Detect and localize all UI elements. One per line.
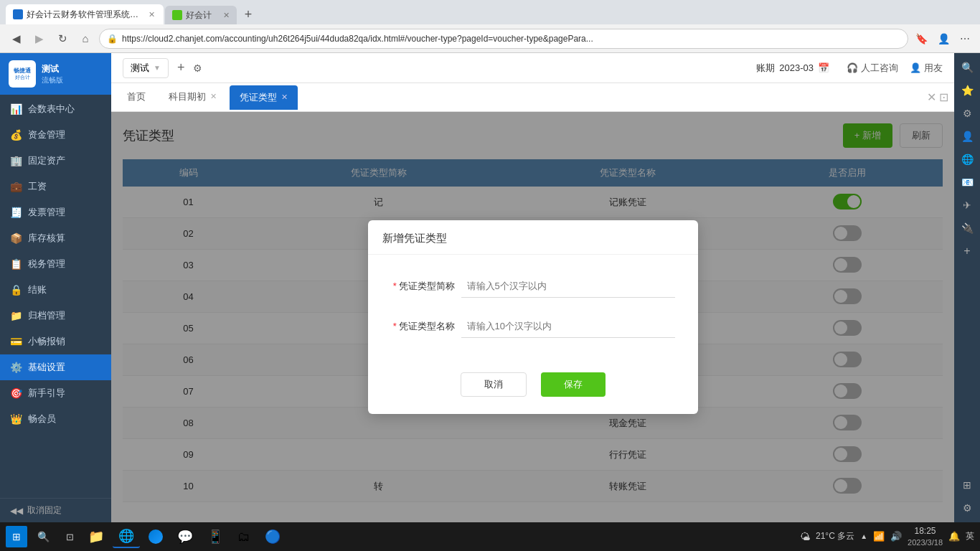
sidebar-item-label: 结账 [28,283,47,296]
app-container: 畅捷通 好合计 测试 流畅版 📊 会数表中心 💰 资金管理 🏢 固定资产 [0,53,980,522]
tab-home[interactable]: 首页 [117,85,156,110]
rt-gear-icon[interactable]: ⚙ [957,498,977,518]
page-content: 凭证类型 + 新增 刷新 编码 凭证类型简称 凭证类型名称 是否启用 [111,112,954,522]
address-input[interactable]: 🔒 https://cloud2.chanjet.com/accounting/… [99,29,908,49]
new-tab-btn[interactable]: + [238,4,258,24]
cancel-pin-btn[interactable]: ◀◀ 取消固定 [0,498,111,522]
consult-btn[interactable]: 🎧 人工咨询 [847,62,898,75]
add-company-btn[interactable]: + [177,60,185,75]
task-view-btn[interactable]: ⊡ [60,527,80,547]
browser-tab-active[interactable]: 好会计云财务软件管理系统_会计 ✕ [6,4,164,24]
notification-icon[interactable]: 🔔 [948,531,960,542]
rt-settings-icon[interactable]: ⚙ [957,103,977,123]
sidebar-item-capital[interactable]: 💰 资金管理 [0,122,111,148]
sidebar-item-tax[interactable]: 📋 税务管理 [0,251,111,277]
rt-plugin-icon[interactable]: 🔌 [957,218,977,238]
short-name-input[interactable] [461,275,675,298]
taskbar-appstore[interactable]: 📱 [202,525,229,548]
search-icon: 🔍 [37,531,50,542]
rt-search-icon[interactable]: 🔍 [957,57,977,77]
tab-close-1[interactable]: ✕ [146,9,156,19]
forward-btn[interactable]: ▶ [30,29,49,48]
taskbar-clock[interactable]: 18:25 2023/3/18 [908,526,943,547]
tab-subject-label: 科目期初 [169,90,206,103]
menu-btn[interactable]: ⋯ [957,33,973,44]
rt-star-icon[interactable]: ⭐ [957,80,977,100]
sidebar: 畅捷通 好合计 测试 流畅版 📊 会数表中心 💰 资金管理 🏢 固定资产 [0,53,111,522]
sidebar-item-payroll[interactable]: 💼 工资 [0,174,111,199]
extensions-btn[interactable]: 🔖 [913,33,930,44]
maximize-panel-btn[interactable]: ⊡ [939,90,948,104]
taskbar-wechat[interactable]: 💬 [171,525,199,548]
form-label-full: * 凭证类型名称 [391,320,456,333]
address-bar: ◀ ▶ ↻ ⌂ 🔒 https://cloud2.chanjet.com/acc… [0,24,980,53]
company-selector[interactable]: 测试 ▼ [123,58,169,78]
sidebar-item-inventory[interactable]: 📦 库存核算 [0,225,111,251]
taskbar-chrome[interactable]: 🌐 [113,525,140,548]
period-value: 2023-03 [779,62,814,73]
clock-date: 2023/3/18 [908,537,943,547]
refresh-btn[interactable]: ↻ [53,29,72,48]
tab-title-1: 好会计云财务软件管理系统_会计 [27,9,143,21]
wifi-icon: 📶 [873,531,885,542]
taskbar-search[interactable]: 🔍 [30,527,57,547]
dashboard-icon: 📊 [10,103,22,115]
sidebar-subtitle: 流畅版 [42,75,63,85]
form-row-short: * 凭证类型简称 [391,275,675,298]
tax-icon: 📋 [10,258,22,270]
modal-dialog: 新增凭证类型 * 凭证类型简称 [368,220,698,414]
edge-icon [149,529,163,544]
calendar-icon[interactable]: 📅 [818,62,829,73]
sidebar-item-assets[interactable]: 🏢 固定资产 [0,148,111,174]
tab-voucher-close[interactable]: ✕ [281,93,288,102]
explorer-icon: 📁 [88,529,104,545]
rt-grid-icon[interactable]: ⊞ [957,475,977,495]
sidebar-item-guide[interactable]: 🎯 新手引导 [0,380,111,406]
sidebar-item-closing[interactable]: 🔒 结账 [0,277,111,303]
payroll-icon: 💼 [10,181,22,192]
sidebar-item-dashboard[interactable]: 📊 会数表中心 [0,96,111,122]
rt-user-icon[interactable]: 👤 [957,126,977,146]
save-button[interactable]: 保存 [541,372,606,397]
rt-mail-icon[interactable]: 📧 [957,172,977,192]
company-name: 测试 [131,62,149,75]
cancel-button[interactable]: 取消 [461,372,527,397]
headset-icon: 🎧 [847,62,858,73]
rt-send-icon[interactable]: ✈ [957,195,977,215]
rt-globe-icon[interactable]: 🌐 [957,149,977,169]
sidebar-item-member[interactable]: 👑 畅会员 [0,406,111,432]
tab-subject-close[interactable]: ✕ [210,92,217,101]
minimize-panel-btn[interactable]: ✕ [927,90,936,104]
taskbar-browser2[interactable]: 🔵 [259,525,286,548]
rt-add-icon[interactable]: + [957,241,977,261]
invoice-icon: 🧾 [10,207,22,218]
start-btn[interactable]: ⊞ [6,526,27,547]
archive-icon: 📁 [10,310,22,321]
taskbar-files[interactable]: 🗂 [232,525,256,548]
right-toolbar: 🔍 ⭐ ⚙ 👤 🌐 📧 ✈ 🔌 + ⊞ ⚙ [954,53,980,522]
sidebar-item-label: 归档管理 [28,309,65,322]
chrome-icon: 🌐 [118,528,134,544]
sidebar-item-settings[interactable]: ⚙️ 基础设置 [0,354,111,380]
user-btn[interactable]: 👤 用友 [910,62,943,75]
settings-btn[interactable]: ⚙ [193,62,202,74]
chevron-up-icon[interactable]: ▲ [860,532,867,540]
sidebar-item-archive[interactable]: 📁 归档管理 [0,303,111,329]
back-btn[interactable]: ◀ [7,29,26,48]
sidebar-item-invoice[interactable]: 🧾 发票管理 [0,199,111,225]
taskbar-systray: 🌤 21°C 多云 ▲ 📶 🔊 18:25 2023/3/18 🔔 英 [800,526,974,547]
browser-tab-inactive[interactable]: 好会计 ✕ [165,6,237,24]
tab-voucher-type[interactable]: 凭证类型 ✕ [230,85,298,110]
wechat-icon: 💬 [177,529,193,545]
files-icon: 🗂 [237,529,250,545]
taskbar-edge[interactable] [143,525,169,548]
sidebar-item-expense[interactable]: 💳 小畅报销 [0,329,111,354]
tab-subject[interactable]: 科目期初 ✕ [159,85,227,110]
tab-close-2[interactable]: ✕ [223,11,230,20]
home-btn[interactable]: ⌂ [76,29,95,48]
content-area: 首页 科目期初 ✕ 凭证类型 ✕ ✕ ⊡ 凭证类型 [111,83,954,522]
taskbar-explorer[interactable]: 📁 [83,525,110,548]
profile-btn[interactable]: 👤 [935,33,953,44]
header-actions: 🎧 人工咨询 👤 用友 [847,62,943,75]
full-name-input[interactable] [461,315,675,338]
